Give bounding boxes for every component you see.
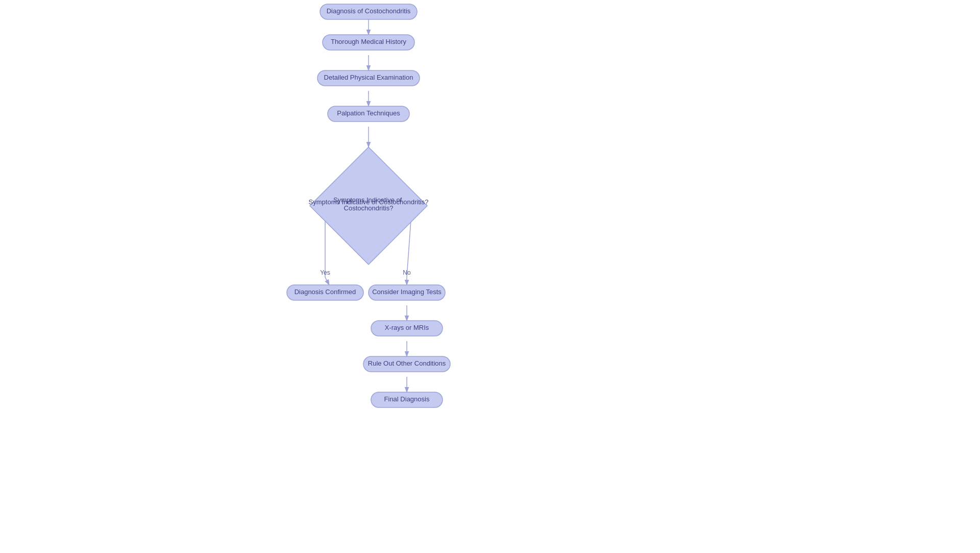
node-decision-text: Symptoms Indicative of Costochondritis? [333, 196, 404, 212]
node-final-diagnosis-label: Final Diagnosis [384, 395, 430, 403]
node-palpation-techniques-label: Palpation Techniques [337, 109, 400, 117]
node-diagnosis-confirmed-label: Diagnosis Confirmed [295, 288, 356, 296]
node-thorough-medical-history-label: Thorough Medical History [331, 38, 407, 45]
node-rule-out-other-conditions-label: Rule Out Other Conditions [368, 359, 446, 367]
yes-label: Yes [320, 269, 330, 276]
node-xrays-or-mris-label: X-rays or MRIs [385, 324, 429, 331]
node-consider-imaging-tests-label: Consider Imaging Tests [372, 288, 442, 296]
node-detailed-physical-examination-label: Detailed Physical Examination [324, 74, 413, 81]
no-label: No [403, 269, 411, 276]
node-diagnosis-of-costochondritis-label: Diagnosis of Costochondritis [327, 7, 411, 15]
flowchart-container: Diagnosis of Costochondritis Thorough Me… [0, 0, 980, 553]
